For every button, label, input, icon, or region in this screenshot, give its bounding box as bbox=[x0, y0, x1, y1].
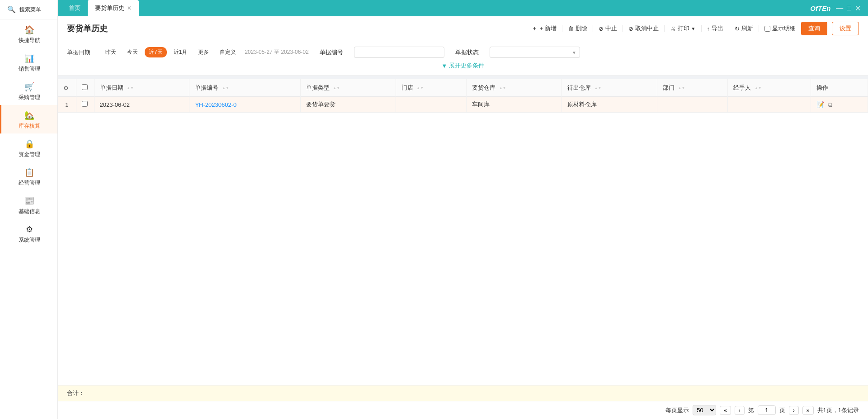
sort-doc-type-icon[interactable]: ▲▼ bbox=[333, 86, 340, 90]
sidebar-item-quick-nav[interactable]: 🏠 快捷导航 bbox=[0, 19, 57, 48]
export-label: 导出 bbox=[712, 24, 723, 33]
toolbar: ＋ + 新增 🗑 删除 ⊘ 中止 ⊘ 取消中止 bbox=[531, 22, 859, 35]
sidebar: 🔍 搜索菜单 🏠 快捷导航 📊 销售管理 🛒 采购管理 🏡 库存核算 🔒 资金管… bbox=[0, 0, 58, 419]
sidebar-item-label: 快捷导航 bbox=[19, 37, 40, 44]
search-icon: 🔍 bbox=[7, 5, 16, 14]
date-btn-more[interactable]: 更多 bbox=[194, 47, 213, 57]
page-label: 第 bbox=[748, 406, 754, 414]
show-detail-label: 显示明细 bbox=[772, 24, 796, 33]
date-btn-7days[interactable]: 近7天 bbox=[145, 47, 167, 57]
refresh-label: 刷新 bbox=[741, 24, 753, 33]
page-prev-button[interactable]: ‹ bbox=[735, 406, 745, 415]
sidebar-item-label: 系统管理 bbox=[19, 236, 40, 244]
doc-no-link[interactable]: YH-20230602-0 bbox=[195, 101, 236, 108]
select-all-checkbox[interactable] bbox=[82, 84, 88, 90]
sort-department-icon[interactable]: ▲▼ bbox=[678, 86, 685, 90]
per-page-select[interactable]: 50 100 200 bbox=[693, 405, 716, 415]
col-req-warehouse: 要货仓库 ▲▼ bbox=[467, 79, 562, 97]
sidebar-item-inventory[interactable]: 🏡 库存核算 bbox=[0, 105, 57, 133]
date-filter-label: 单据日期 bbox=[67, 48, 90, 57]
date-btn-custom[interactable]: 自定义 bbox=[216, 47, 240, 57]
tab-close-icon[interactable]: ✕ bbox=[127, 5, 132, 11]
delete-button[interactable]: 🗑 删除 bbox=[567, 23, 588, 34]
cell-pending-warehouse: 原材料仓库 bbox=[561, 97, 657, 113]
cell-actions: 📝 ⧉ bbox=[811, 97, 868, 113]
page-title: 要货单历史 bbox=[67, 23, 108, 34]
sidebar-item-sales[interactable]: 📊 销售管理 bbox=[0, 48, 57, 76]
maximize-btn[interactable]: □ bbox=[847, 4, 851, 12]
toolbar-divider-2 bbox=[593, 25, 593, 32]
sidebar-item-finance[interactable]: 🔒 资金管理 bbox=[0, 133, 57, 162]
sort-req-warehouse-icon[interactable]: ▲▼ bbox=[499, 86, 506, 90]
col-doc-date: 单据日期 ▲▼ bbox=[94, 79, 189, 97]
row-checkbox[interactable] bbox=[82, 101, 88, 107]
sidebar-search[interactable]: 🔍 搜索菜单 bbox=[0, 0, 57, 19]
new-button[interactable]: ＋ + 新增 bbox=[531, 23, 557, 34]
sidebar-item-label: 销售管理 bbox=[19, 65, 40, 73]
page-first-button[interactable]: « bbox=[720, 406, 731, 415]
status-select[interactable] bbox=[490, 47, 580, 58]
date-btn-today[interactable]: 今天 bbox=[123, 47, 142, 57]
export-button[interactable]: ↑ 导出 bbox=[706, 23, 725, 34]
col-actions: 操作 bbox=[811, 79, 868, 97]
stop-button[interactable]: ⊘ 中止 bbox=[598, 23, 618, 34]
copy-action-icon[interactable]: ⧉ bbox=[828, 101, 832, 109]
date-btn-yesterday[interactable]: 昨天 bbox=[101, 47, 120, 57]
edit-action-icon[interactable]: 📝 bbox=[816, 101, 824, 108]
cell-doc-date: 2023-06-02 bbox=[94, 97, 189, 113]
sidebar-item-system[interactable]: ⚙ 系统管理 bbox=[0, 219, 57, 248]
sort-store-icon[interactable]: ▲▼ bbox=[416, 86, 424, 90]
page-header: 要货单历史 ＋ + 新增 🗑 删除 ⊘ 中止 ⊘ bbox=[58, 16, 868, 41]
new-label: + 新增 bbox=[539, 24, 556, 33]
main-area: 首页 要货单历史 ✕ OfTEn — □ ✕ 要货单历史 ＋ + 新增 bbox=[58, 0, 868, 419]
col-doc-type: 单据类型 ▲▼ bbox=[300, 79, 396, 97]
cell-row-num: 1 bbox=[58, 97, 76, 113]
page-last-button[interactable]: » bbox=[802, 406, 814, 415]
cancel-stop-button[interactable]: ⊘ 取消中止 bbox=[627, 23, 660, 34]
inventory-icon: 🏡 bbox=[24, 110, 34, 120]
total-info: 共1页，1条记录 bbox=[817, 406, 859, 414]
stop-label: 中止 bbox=[605, 24, 617, 33]
col-settings: ⚙ bbox=[58, 79, 76, 97]
home-icon: 🏠 bbox=[24, 25, 34, 35]
sidebar-item-basic-info[interactable]: 📰 基础信息 bbox=[0, 190, 57, 219]
refresh-icon: ↻ bbox=[735, 25, 740, 32]
system-icon: ⚙ bbox=[26, 224, 33, 234]
search-button[interactable]: 查询 bbox=[801, 22, 827, 35]
cancel-stop-label: 取消中止 bbox=[635, 24, 659, 33]
sort-pending-warehouse-icon[interactable]: ▲▼ bbox=[594, 86, 602, 90]
sidebar-search-label: 搜索菜单 bbox=[19, 6, 41, 14]
sidebar-item-purchase[interactable]: 🛒 采购管理 bbox=[0, 76, 57, 105]
sidebar-item-operations[interactable]: 📋 经营管理 bbox=[0, 162, 57, 190]
col-checkbox bbox=[76, 79, 94, 97]
sort-handler-icon[interactable]: ▲▼ bbox=[755, 86, 762, 90]
page-number-input[interactable] bbox=[758, 405, 776, 415]
table-body: 1 2023-06-02 YH-20230602-0 要货单要货 bbox=[58, 97, 868, 113]
toolbar-divider-7 bbox=[759, 25, 759, 32]
date-btn-1month[interactable]: 近1月 bbox=[170, 47, 192, 57]
show-detail-checkbox[interactable] bbox=[764, 26, 770, 32]
close-btn[interactable]: ✕ bbox=[855, 4, 861, 13]
delete-icon: 🗑 bbox=[568, 25, 574, 32]
minimize-btn[interactable]: — bbox=[836, 4, 843, 12]
page-next-button[interactable]: › bbox=[789, 406, 799, 415]
tab-home[interactable]: 首页 bbox=[61, 0, 88, 16]
print-button[interactable]: 🖨 打印 ▼ bbox=[669, 23, 697, 34]
tab-requisition-history[interactable]: 要货单历史 ✕ bbox=[88, 0, 139, 16]
sort-doc-no-icon[interactable]: ▲▼ bbox=[222, 86, 229, 90]
refresh-button[interactable]: ↻ 刷新 bbox=[734, 23, 754, 34]
expand-more-icon: ▼ bbox=[442, 62, 448, 69]
table-row: 1 2023-06-02 YH-20230602-0 要货单要货 bbox=[58, 97, 868, 113]
sidebar-item-label: 资金管理 bbox=[19, 151, 40, 158]
doc-no-input[interactable] bbox=[354, 47, 444, 58]
settings-button[interactable]: 设置 bbox=[832, 22, 859, 35]
table-header: ⚙ 单据日期 ▲▼ 单据编号 ▲▼ bbox=[58, 79, 868, 97]
show-detail-button[interactable]: 显示明细 bbox=[764, 23, 797, 34]
sort-doc-date-icon[interactable]: ▲▼ bbox=[127, 86, 134, 90]
expand-more-button[interactable]: ▼ 展开更多条件 bbox=[67, 62, 859, 70]
col-req-warehouse-label: 要货仓库 bbox=[472, 84, 495, 91]
table-header-row: ⚙ 单据日期 ▲▼ 单据编号 ▲▼ bbox=[58, 79, 868, 97]
cell-doc-type: 要货单要货 bbox=[300, 97, 396, 113]
settings-icon[interactable]: ⚙ bbox=[63, 85, 69, 91]
per-page-label: 每页显示 bbox=[665, 406, 689, 414]
